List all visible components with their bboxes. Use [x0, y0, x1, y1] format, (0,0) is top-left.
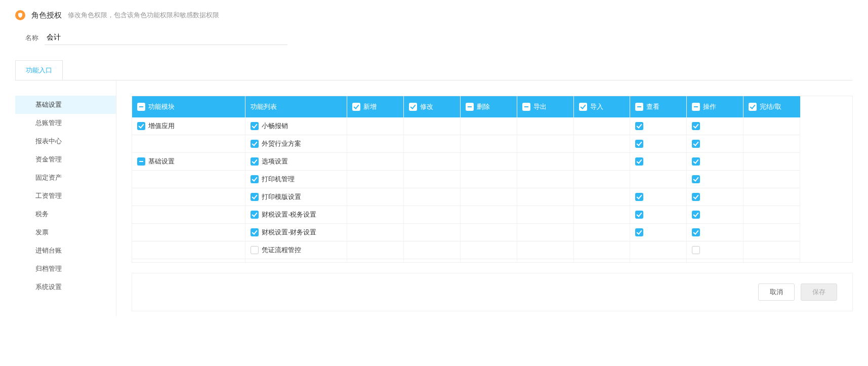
page-subtitle: 修改角色权限，包含该角色功能权限和敏感数据权限: [68, 11, 219, 20]
sidebar-item-2[interactable]: 报表中心: [15, 132, 116, 150]
sidebar-item-10[interactable]: 系统设置: [15, 278, 116, 296]
func-label: 凭证流程管控: [262, 246, 301, 255]
cell-checkbox-1-6[interactable]: [692, 140, 700, 148]
col-header-4[interactable]: 删除: [461, 96, 517, 117]
sidebar-item-6[interactable]: 税务: [15, 205, 116, 223]
header-checkbox-5[interactable]: [522, 103, 530, 111]
header-checkbox-3[interactable]: [409, 103, 417, 111]
module-checkbox[interactable]: [137, 157, 145, 166]
sidebar-item-4[interactable]: 固定资产: [15, 169, 116, 187]
permission-table: 功能模块功能列表新增修改删除导出导入查看操作完结/取 增值应用小畅报销外贸行业方…: [132, 96, 800, 263]
sidebar-item-0[interactable]: 基础设置: [15, 96, 116, 114]
header-label: 操作: [703, 102, 716, 111]
cell-checkbox-6-5[interactable]: [635, 228, 643, 236]
cell-checkbox-4-5[interactable]: [635, 193, 643, 201]
header-label: 修改: [420, 102, 433, 111]
header-label: 功能模块: [148, 102, 175, 111]
col-header-3[interactable]: 修改: [404, 96, 461, 117]
sidebar-item-8[interactable]: 进销台账: [15, 241, 116, 260]
module-checkbox[interactable]: [137, 122, 145, 130]
col-header-9[interactable]: 完结/取: [743, 96, 800, 117]
header-checkbox-7[interactable]: [635, 103, 643, 111]
shield-icon: [15, 10, 25, 20]
func-label: 小畅报销: [262, 121, 288, 131]
tabs: 功能入口: [15, 60, 853, 80]
col-header-7[interactable]: 查看: [630, 96, 687, 117]
module-label: 基础设置: [148, 157, 175, 166]
header-label: 完结/取: [760, 102, 781, 111]
table-row: 外贸行业方案: [132, 135, 800, 153]
header-label: 导入: [590, 102, 603, 111]
header-checkbox-9[interactable]: [749, 103, 757, 111]
page-header: 角色授权 修改角色权限，包含该角色功能权限和敏感数据权限: [15, 10, 853, 20]
func-label: 财税设置-财务设置: [262, 228, 316, 237]
permission-table-wrap[interactable]: 功能模块功能列表新增修改删除导出导入查看操作完结/取 增值应用小畅报销外贸行业方…: [132, 96, 853, 263]
func-label: 外贸行业方案: [262, 139, 301, 148]
cell-checkbox-0-5[interactable]: [635, 122, 643, 130]
sidebar-item-3[interactable]: 资金管理: [15, 150, 116, 169]
save-button[interactable]: 保存: [801, 283, 837, 301]
header-checkbox-2[interactable]: [352, 103, 360, 111]
module-label: 增值应用: [148, 121, 175, 131]
cell-checkbox-1-5[interactable]: [635, 140, 643, 148]
col-header-6[interactable]: 导入: [573, 96, 630, 117]
cell-checkbox-2-6[interactable]: [692, 157, 700, 166]
table-row: 打印机管理: [132, 171, 800, 188]
header-checkbox-6[interactable]: [579, 103, 587, 111]
sidebar-item-5[interactable]: 工资管理: [15, 187, 116, 205]
header-label: 导出: [533, 102, 547, 111]
func-checkbox[interactable]: [251, 122, 259, 130]
content-area: 功能模块功能列表新增修改删除导出导入查看操作完结/取 增值应用小畅报销外贸行业方…: [116, 80, 853, 316]
cell-checkbox-5-5[interactable]: [635, 211, 643, 219]
cell-checkbox-7-6[interactable]: [692, 246, 700, 254]
sidebar-item-1[interactable]: 总账管理: [15, 114, 116, 132]
table-row: 凭证类型设置: [132, 259, 800, 263]
header-label: 删除: [477, 102, 490, 111]
col-header-5[interactable]: 导出: [517, 96, 573, 117]
func-checkbox[interactable]: [251, 228, 259, 236]
cell-checkbox-4-6[interactable]: [692, 193, 700, 201]
sidebar-item-7[interactable]: 发票: [15, 223, 116, 241]
header-label: 新增: [363, 102, 377, 111]
col-header-2[interactable]: 新增: [347, 96, 404, 117]
footer-actions: 取消 保存: [132, 273, 853, 311]
table-row: 凭证流程管控: [132, 241, 800, 259]
page-title: 角色授权: [31, 11, 62, 20]
cancel-button[interactable]: 取消: [758, 283, 795, 301]
func-label: 财税设置-税务设置: [262, 210, 316, 219]
col-header-8[interactable]: 操作: [687, 96, 743, 117]
table-row: 财税设置-税务设置: [132, 206, 800, 224]
header-checkbox-0[interactable]: [137, 103, 145, 111]
func-label: 选项设置: [262, 157, 288, 166]
func-checkbox[interactable]: [251, 140, 259, 148]
cell-checkbox-3-6[interactable]: [692, 175, 700, 183]
func-checkbox[interactable]: [251, 211, 259, 219]
table-row: 打印模版设置: [132, 188, 800, 206]
func-checkbox[interactable]: [251, 193, 259, 201]
table-row: 基础设置选项设置: [132, 153, 800, 171]
table-row: 增值应用小畅报销: [132, 117, 800, 135]
func-checkbox[interactable]: [251, 175, 259, 183]
name-label: 名称: [25, 33, 38, 43]
table-row: 财税设置-财务设置: [132, 224, 800, 241]
col-header-0[interactable]: 功能模块: [132, 96, 245, 117]
header-label: 功能列表: [251, 102, 277, 111]
func-checkbox[interactable]: [251, 246, 259, 254]
sidebar: 基础设置总账管理报表中心资金管理固定资产工资管理税务发票进销台账归档管理系统设置: [15, 80, 116, 316]
cell-checkbox-0-6[interactable]: [692, 122, 700, 130]
cell-checkbox-6-6[interactable]: [692, 228, 700, 236]
header-checkbox-4[interactable]: [466, 103, 474, 111]
cell-checkbox-2-5[interactable]: [635, 157, 643, 166]
name-row: 名称: [25, 30, 853, 45]
cell-checkbox-5-6[interactable]: [692, 211, 700, 219]
func-label: 打印模版设置: [262, 192, 301, 201]
tab-function-entry[interactable]: 功能入口: [15, 60, 63, 80]
header-checkbox-8[interactable]: [692, 103, 700, 111]
name-input[interactable]: [45, 30, 287, 45]
sidebar-item-9[interactable]: 归档管理: [15, 260, 116, 278]
header-label: 查看: [646, 102, 659, 111]
func-label: 打印机管理: [262, 175, 295, 184]
func-checkbox[interactable]: [251, 157, 259, 166]
col-header-1[interactable]: 功能列表: [245, 96, 347, 117]
